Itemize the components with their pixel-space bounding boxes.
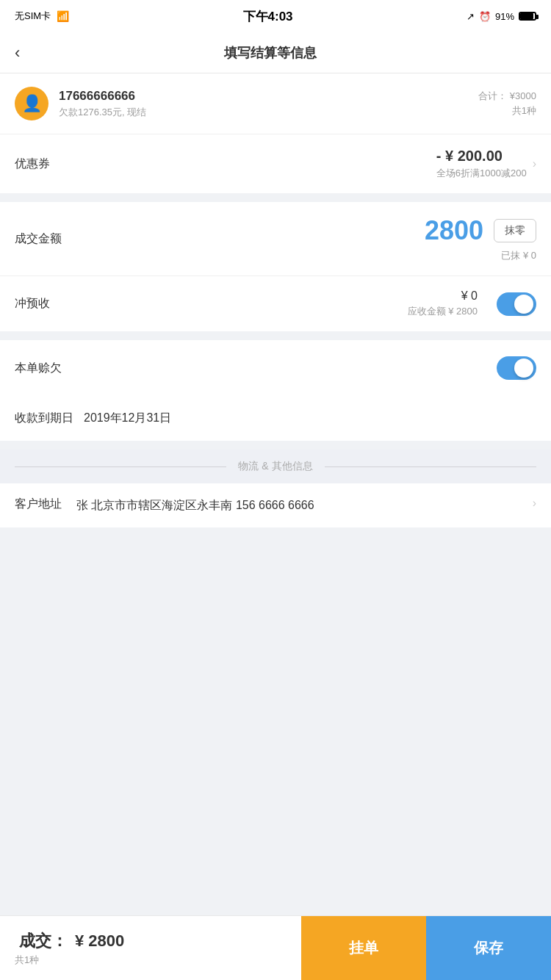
avatar: 👤 [15, 87, 48, 120]
debt-label: 本单赊欠 [15, 361, 62, 376]
customer-right: 合计： ¥3000 共1种 [478, 90, 536, 118]
customer-row: 👤 17666666666 欠款1276.35元, 现结 合计： ¥3000 共… [0, 73, 551, 134]
coupon-discount: - ¥ 200.00 [436, 148, 527, 165]
deal-amount-row: 成交金额 2800 抹零 已抹 ¥ 0 [0, 202, 551, 276]
page-title: 填写结算等信息 [29, 44, 511, 62]
bottom-deal-row: 成交： ¥ 2800 [15, 930, 287, 952]
pending-button[interactable]: 挂单 [301, 916, 426, 981]
nav-bar: ‹ 填写结算等信息 [0, 32, 551, 73]
prepaid-sub: 应收金额 ¥ 2800 [408, 305, 478, 318]
customer-card: 👤 17666666666 欠款1276.35元, 现结 合计： ¥3000 共… [0, 73, 551, 193]
avatar-icon: 👤 [22, 94, 42, 113]
address-label: 客户地址 [15, 497, 66, 512]
address-row[interactable]: 客户地址 张 北京市市辖区海淀区永丰南 156 6666 6666 › [0, 483, 551, 527]
status-right: ↗ ⏰ 91% [467, 11, 536, 22]
save-button[interactable]: 保存 [426, 916, 551, 981]
bottom-count: 共1种 [15, 954, 287, 967]
gray-area [0, 536, 551, 624]
debt-row: 本单赊欠 [0, 340, 551, 396]
duedate-label: 收款到期日 [15, 411, 73, 426]
customer-phone: 17666666666 [59, 89, 146, 104]
coupon-discount-wrap: - ¥ 200.00 全场6折满1000减200 [436, 148, 527, 180]
round-button[interactable]: 抹零 [494, 219, 536, 242]
status-bar: 无SIM卡 📶 下午4:03 ↗ ⏰ 91% [0, 0, 551, 32]
battery-icon [519, 12, 536, 21]
status-time: 下午4:03 [243, 8, 293, 25]
prepaid-toggle[interactable] [497, 292, 536, 316]
prepaid-label: 冲预收 [15, 296, 50, 311]
coupon-right: - ¥ 200.00 全场6折满1000减200 › [436, 148, 536, 180]
logistics-header: 物流 & 其他信息 [0, 450, 551, 483]
deal-amount-label: 成交金额 [15, 231, 62, 247]
sim-icon: 无SIM卡 [15, 10, 51, 23]
alarm-icon: ⏰ [479, 11, 491, 22]
deal-amount-value: 2800 [425, 215, 483, 246]
address-value: 张 北京市市辖区海淀区永丰南 156 6666 6666 [76, 497, 522, 514]
deal-amount-card: 成交金额 2800 抹零 已抹 ¥ 0 冲预收 ¥ 0 应收金额 ¥ 2800 [0, 202, 551, 331]
bottom-deal-amount: ¥ 2800 [75, 932, 124, 950]
duedate-row: 收款到期日 2019年12月31日 [0, 396, 551, 441]
address-chevron: › [533, 497, 536, 510]
wifi-icon: 📶 [57, 10, 69, 22]
back-button[interactable]: ‹ [15, 37, 29, 68]
debt-toggle[interactable] [497, 356, 536, 380]
prepaid-row: 冲预收 ¥ 0 应收金额 ¥ 2800 [0, 276, 551, 331]
customer-sub: 欠款1276.35元, 现结 [59, 106, 146, 119]
prepaid-value: ¥ 0 [461, 289, 478, 303]
content: 👤 17666666666 欠款1276.35元, 现结 合计： ¥3000 共… [0, 73, 551, 691]
bottom-deal-label: 成交： [19, 932, 68, 950]
deal-amount-sub: 已抹 ¥ 0 [501, 249, 536, 262]
coupon-chevron: › [533, 157, 536, 170]
toggle-knob [514, 295, 533, 314]
debt-toggle-knob [514, 359, 533, 378]
logistics-line-right [325, 466, 536, 467]
coupon-row[interactable]: 优惠券 - ¥ 200.00 全场6折满1000减200 › [0, 134, 551, 193]
debt-card: 本单赊欠 收款到期日 2019年12月31日 [0, 340, 551, 441]
total-label: 合计： ¥3000 [478, 90, 536, 103]
duedate-value: 2019年12月31日 [84, 411, 171, 426]
customer-left: 👤 17666666666 欠款1276.35元, 现结 [15, 87, 146, 120]
customer-info: 17666666666 欠款1276.35元, 现结 [59, 89, 146, 119]
coupon-label: 优惠券 [15, 156, 50, 172]
location-icon: ↗ [467, 11, 475, 22]
total-count: 共1种 [478, 104, 536, 118]
battery-percent: 91% [495, 11, 514, 22]
deal-amount-right: 2800 抹零 [425, 215, 536, 246]
logistics-line-left [15, 466, 226, 467]
bottom-bar: 成交： ¥ 2800 共1种 挂单 保存 [0, 915, 551, 980]
address-card: 客户地址 张 北京市市辖区海淀区永丰南 156 6666 6666 › [0, 483, 551, 527]
logistics-text: 物流 & 其他信息 [226, 460, 324, 473]
bottom-summary: 成交： ¥ 2800 共1种 [0, 930, 301, 967]
coupon-desc: 全场6折满1000减200 [436, 167, 527, 180]
status-left: 无SIM卡 📶 [15, 10, 69, 23]
